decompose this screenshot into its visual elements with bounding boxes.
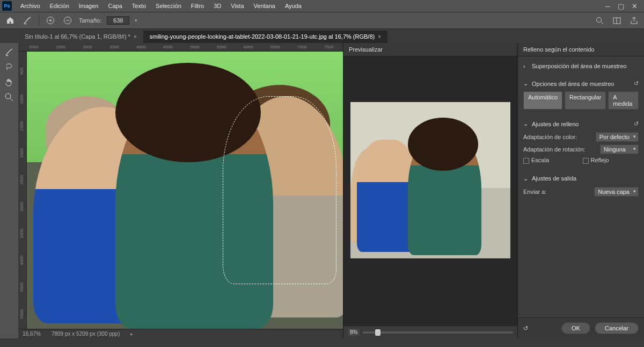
preview-panel-title: Previsualizar bbox=[343, 43, 517, 56]
arrange-icon[interactable] bbox=[611, 15, 623, 26]
share-icon[interactable] bbox=[628, 15, 640, 26]
scale-checkbox[interactable]: Escala bbox=[523, 157, 580, 164]
lasso-tool[interactable] bbox=[2, 60, 17, 74]
section-output-settings[interactable]: ⌄ Ajustes de salida bbox=[523, 173, 639, 184]
minimize-icon[interactable]: ─ bbox=[605, 2, 610, 10]
add-sample-icon[interactable] bbox=[45, 15, 56, 26]
preview-zoom-value[interactable]: 8% bbox=[348, 329, 360, 336]
preview-canvas[interactable] bbox=[343, 56, 517, 326]
hand-tool[interactable] bbox=[2, 75, 17, 89]
subtract-sample-icon[interactable] bbox=[62, 15, 74, 26]
menu-window[interactable]: Ventana bbox=[250, 1, 280, 11]
chevron-down-icon: ⌄ bbox=[523, 175, 529, 182]
section-fill-settings[interactable]: ⌄ Ajustes de relleno ↺ bbox=[523, 118, 639, 129]
chevron-right-icon: › bbox=[523, 63, 529, 69]
tab-close-icon[interactable]: × bbox=[134, 34, 137, 40]
rotation-adapt-dropdown[interactable]: Ninguna bbox=[600, 144, 639, 154]
mirror-checkbox[interactable]: Reflejo bbox=[583, 157, 639, 164]
tab-close-icon[interactable]: × bbox=[378, 34, 381, 40]
zoom-level[interactable]: 16,67% bbox=[23, 331, 41, 337]
color-adapt-dropdown[interactable]: Por defecto bbox=[596, 132, 639, 142]
menu-edit[interactable]: Edición bbox=[46, 1, 74, 11]
menu-view[interactable]: Vista bbox=[226, 1, 248, 11]
preview-zoom-slider[interactable] bbox=[363, 331, 513, 334]
document-dimensions: 7809 px x 5209 px (300 ppp) bbox=[52, 331, 120, 337]
rotation-adapt-label: Adaptación de rotación: bbox=[523, 146, 597, 153]
toolbar bbox=[0, 43, 18, 338]
ruler-vertical: 500100015002000250030003500400045005000 bbox=[18, 52, 27, 329]
svg-point-4 bbox=[5, 93, 11, 99]
reset-icon[interactable]: ↺ bbox=[634, 80, 639, 87]
menu-layer[interactable]: Capa bbox=[104, 1, 126, 11]
preview-image bbox=[350, 102, 510, 258]
section-overlay[interactable]: › Superposición del área de muestreo bbox=[523, 61, 639, 71]
menu-filter[interactable]: Filtro bbox=[187, 1, 208, 11]
sample-mode-auto[interactable]: Automático bbox=[523, 91, 562, 110]
document-canvas[interactable] bbox=[27, 52, 343, 329]
tab-document-1[interactable]: Sin título-1 al 66,7% (Capa 1, RGB/8#) *… bbox=[18, 31, 143, 43]
chevron-down-icon: ⌄ bbox=[523, 120, 529, 127]
sampling-brush-tool[interactable] bbox=[2, 45, 17, 59]
zoom-tool[interactable] bbox=[2, 90, 17, 104]
menu-selection[interactable]: Selección bbox=[151, 1, 186, 11]
selection-marquee bbox=[223, 96, 336, 285]
menu-text[interactable]: Texto bbox=[128, 1, 150, 11]
sample-mode-rectangular[interactable]: Rectangular bbox=[565, 91, 606, 110]
menu-help[interactable]: Ayuda bbox=[281, 1, 306, 11]
chevron-down-icon: ⌄ bbox=[523, 80, 529, 87]
reset-icon[interactable]: ↺ bbox=[634, 120, 639, 127]
size-dropdown-icon[interactable]: ▾ bbox=[135, 18, 137, 23]
cancel-button[interactable]: Cancelar bbox=[595, 322, 639, 334]
options-bar: Tamaño: ▾ bbox=[0, 12, 644, 29]
size-input[interactable] bbox=[107, 16, 129, 25]
maximize-icon[interactable]: ▢ bbox=[618, 2, 624, 10]
svg-point-2 bbox=[596, 17, 601, 22]
color-adapt-label: Adaptación de color: bbox=[523, 134, 592, 140]
sendto-label: Enviar a: bbox=[523, 189, 591, 195]
home-icon[interactable] bbox=[4, 15, 16, 26]
ok-button[interactable]: OK bbox=[561, 322, 590, 334]
size-label: Tamaño: bbox=[79, 17, 101, 24]
document-statusbar: 16,67% 7809 px x 5209 px (300 ppp) ▸ bbox=[18, 329, 343, 338]
sample-mode-custom[interactable]: A medida bbox=[608, 91, 639, 110]
menu-file[interactable]: Archivo bbox=[16, 1, 45, 11]
menu-3d[interactable]: 3D bbox=[209, 1, 225, 11]
menubar: Ps Archivo Edición Imagen Capa Texto Sel… bbox=[0, 0, 644, 12]
ruler-horizontal: 2000250030003500400045005000550060006500… bbox=[18, 43, 343, 52]
close-icon[interactable]: ✕ bbox=[632, 2, 638, 10]
document-image bbox=[27, 52, 343, 329]
brush-preset-icon[interactable] bbox=[21, 15, 33, 26]
search-icon[interactable] bbox=[594, 15, 605, 26]
tab-document-2[interactable]: smiling-young-people-looking-at-tablet-2… bbox=[143, 31, 387, 43]
app-statusbar bbox=[0, 338, 644, 347]
reset-all-icon[interactable]: ↺ bbox=[523, 325, 528, 332]
sendto-dropdown[interactable]: Nueva capa bbox=[594, 187, 639, 197]
caf-panel-title: Relleno según el contenido bbox=[518, 43, 644, 56]
document-tabs: Sin título-1 al 66,7% (Capa 1, RGB/8#) *… bbox=[0, 29, 644, 43]
menu-image[interactable]: Imagen bbox=[75, 1, 103, 11]
section-sample-options[interactable]: ⌄ Opciones del área de muestreo ↺ bbox=[523, 78, 639, 89]
app-logo: Ps bbox=[2, 1, 12, 11]
